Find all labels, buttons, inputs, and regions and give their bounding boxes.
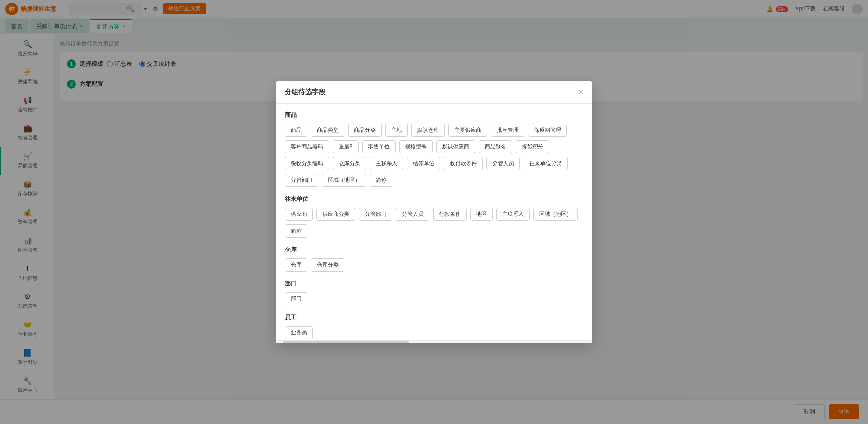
section-department: 部门 部门 (285, 280, 583, 305)
field-tag[interactable]: 区域（地区） (533, 208, 578, 221)
modal-title: 分组待选字段 (285, 88, 326, 96)
field-tag[interactable]: 规格型号 (399, 140, 433, 153)
field-tag[interactable]: 商品类型 (311, 124, 344, 137)
section-partner-tags: 供应商 供应商分类 分管部门 分管人员 付款条件 地区 主联系人 区域（地区） … (285, 208, 583, 238)
field-tag[interactable]: 仓库 (285, 258, 307, 272)
field-tag[interactable]: 仓库分类 (311, 258, 344, 272)
section-employee-title: 员工 (285, 314, 583, 322)
field-tag[interactable]: 商品分类 (348, 124, 382, 137)
field-tag[interactable]: 分管人员 (396, 208, 429, 221)
section-warehouse-tags: 仓库 仓库分类 (285, 258, 583, 272)
field-tag[interactable]: 仓库分类 (333, 157, 366, 170)
field-tag[interactable]: 部门 (285, 292, 307, 305)
field-tag[interactable]: 主联系人 (370, 157, 403, 170)
modal-close-btn[interactable]: × (578, 87, 583, 97)
field-tag[interactable]: 批次管理 (491, 124, 524, 137)
scroll-thumb (283, 341, 409, 343)
section-warehouse: 仓库 仓库 仓库分类 (285, 246, 583, 272)
field-tag[interactable]: 分管人员 (486, 157, 520, 170)
modal-header: 分组待选字段 × (276, 81, 592, 104)
field-tag[interactable]: 重量3 (333, 140, 359, 153)
section-warehouse-title: 仓库 (285, 246, 583, 254)
section-employee-tags: 业务员 (285, 326, 583, 339)
section-partner: 往来单位 供应商 供应商分类 分管部门 分管人员 付款条件 地区 主联系人 区域… (285, 195, 583, 238)
field-tag[interactable]: 地区 (470, 208, 493, 221)
field-tag[interactable]: 供应商分类 (316, 208, 355, 221)
field-tag[interactable]: 零售单位 (362, 140, 396, 153)
field-tag[interactable]: 供应商 (285, 208, 313, 221)
field-tag[interactable]: 拣货积分 (516, 140, 549, 153)
section-department-tags: 部门 (285, 292, 583, 305)
field-tag[interactable]: 客户商品编码 (285, 140, 329, 153)
field-tag[interactable]: 主联系人 (496, 208, 530, 221)
section-product: 商品 商品 商品类型 商品分类 产地 默认仓库 主要供应商 批次管理 保质期管理… (285, 111, 583, 187)
field-tag[interactable]: 默认供应商 (436, 140, 475, 153)
modal-horizontal-scrollbar[interactable] (276, 340, 592, 343)
field-tag[interactable]: 收付款条件 (444, 157, 483, 170)
field-tag[interactable]: 分管部门 (359, 208, 392, 221)
section-product-title: 商品 (285, 111, 583, 119)
field-tag[interactable]: 简称 (285, 224, 307, 238)
field-tag[interactable]: 主要供应商 (448, 124, 487, 137)
field-tag[interactable]: 业务员 (285, 326, 313, 339)
field-tag[interactable]: 往来单位分类 (524, 157, 568, 170)
field-tag[interactable]: 保质期管理 (528, 124, 567, 137)
modal-dialog: 分组待选字段 × 商品 商品 商品类型 商品分类 产地 默认仓库 主要供应商 批… (276, 81, 592, 343)
section-employee: 员工 业务员 (285, 314, 583, 339)
section-department-title: 部门 (285, 280, 583, 288)
field-tag[interactable]: 商品 (285, 124, 307, 137)
field-tag[interactable]: 结算单位 (407, 157, 440, 170)
field-tag[interactable]: 区域（地区） (322, 174, 366, 187)
modal-body: 商品 商品 商品类型 商品分类 产地 默认仓库 主要供应商 批次管理 保质期管理… (276, 104, 592, 340)
section-partner-title: 往来单位 (285, 195, 583, 203)
field-tag[interactable]: 默认仓库 (411, 124, 445, 137)
field-tag[interactable]: 税收分类编码 (285, 157, 329, 170)
field-tag[interactable]: 付款条件 (433, 208, 467, 221)
field-tag[interactable]: 简称 (370, 174, 392, 187)
modal-overlay: 分组待选字段 × 商品 商品 商品类型 商品分类 产地 默认仓库 主要供应商 批… (0, 0, 868, 424)
field-tag[interactable]: 商品别名 (479, 140, 512, 153)
field-tag[interactable]: 分管部门 (285, 174, 318, 187)
field-tag[interactable]: 产地 (385, 124, 408, 137)
section-product-tags: 商品 商品类型 商品分类 产地 默认仓库 主要供应商 批次管理 保质期管理 客户… (285, 124, 583, 187)
